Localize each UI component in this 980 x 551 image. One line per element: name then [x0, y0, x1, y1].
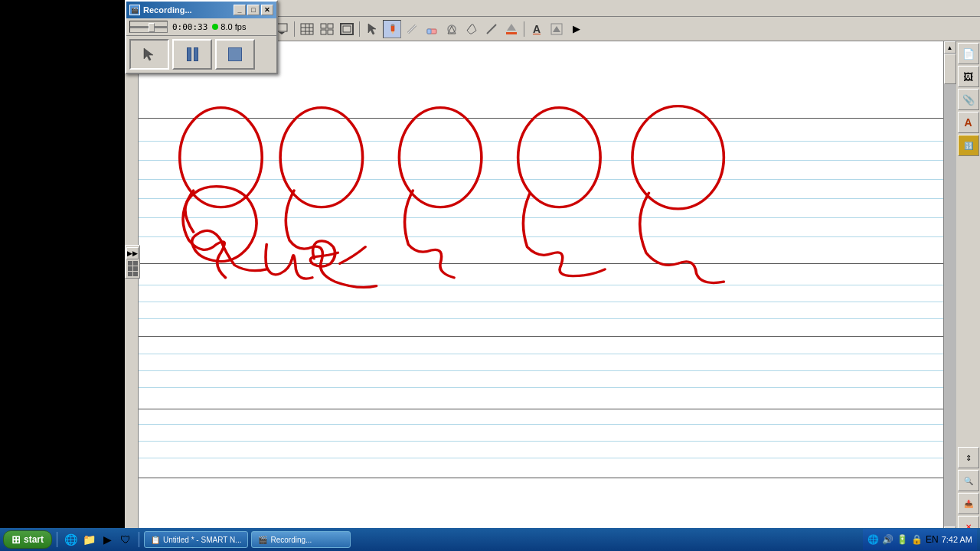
zoom-in-btn[interactable]: 🔍	[958, 470, 979, 491]
scroll-track[interactable]	[944, 54, 956, 527]
frame-btn[interactable]	[338, 20, 356, 38]
taskbar-clock: 7:42 AM	[942, 535, 972, 544]
svg-rect-40	[506, 32, 517, 34]
ie-icon[interactable]: 🌐	[62, 531, 79, 548]
pause-icon	[187, 47, 198, 61]
whiteboard[interactable]	[139, 41, 943, 539]
text-color-icon: A	[533, 23, 541, 35]
text-insert-btn[interactable]	[547, 20, 566, 38]
svg-rect-29	[391, 24, 394, 26]
battery-icon[interactable]: 🔋	[897, 534, 908, 545]
recording-title-icon: 🎬	[129, 5, 140, 15]
line-icon	[485, 23, 498, 35]
svg-marker-14	[279, 32, 285, 34]
grid-dot-6	[133, 272, 138, 276]
pause-bar-left	[187, 47, 191, 61]
cursor-btn[interactable]	[129, 39, 169, 70]
taskbar-sep1	[57, 532, 57, 547]
fps-value: 8.0 fps	[220, 22, 246, 31]
recording-taskbar-btn[interactable]: 🎬 Recording...	[251, 531, 351, 548]
pen-btn[interactable]	[383, 20, 401, 38]
select-btn[interactable]	[363, 20, 381, 38]
svg-marker-26	[368, 24, 376, 34]
volume-track	[130, 26, 167, 28]
start-label: start	[24, 534, 44, 545]
volume-thumb	[149, 23, 155, 32]
language-icon[interactable]: EN	[926, 534, 939, 545]
svg-rect-21	[328, 24, 333, 28]
grid-dot-1	[128, 261, 132, 266]
frame-icon	[340, 23, 354, 35]
pause-btn[interactable]	[172, 39, 212, 70]
svg-rect-15	[301, 24, 313, 34]
fill-btn[interactable]	[502, 20, 521, 38]
scroll-up-btn[interactable]: ▲	[944, 41, 956, 54]
recording-controls-row: 0:00:33 8.0 fps	[126, 18, 276, 36]
stop-icon	[228, 47, 242, 61]
gallery-btn[interactable]: 🖼	[958, 66, 979, 87]
stop-btn[interactable]	[215, 39, 255, 70]
recording-minimize-btn[interactable]: _	[234, 5, 246, 15]
properties-btn[interactable]: A	[958, 112, 979, 133]
recording-close-btn[interactable]: ✕	[261, 5, 273, 15]
shapes-btn[interactable]	[443, 20, 461, 38]
eraser-btn[interactable]	[423, 20, 441, 38]
system-tray: 🌐 🔊 🔋 🔒 EN 7:42 AM	[863, 529, 977, 550]
table-btn[interactable]	[298, 20, 316, 38]
grid-dot-5	[128, 272, 132, 276]
attachments-btn[interactable]: 📎	[958, 89, 979, 110]
svg-rect-24	[341, 24, 353, 34]
quick-launch-group: 🌐 📁 ▶ 🛡	[62, 531, 134, 548]
smart-notebook-taskbar-btn[interactable]: 📋 Untitled * - SMART N...	[144, 531, 248, 548]
svg-point-47	[632, 106, 724, 209]
explorer-icon[interactable]: 📁	[80, 531, 97, 548]
windows-logo: ⊞	[11, 533, 21, 546]
collapse-panel: ▶▶	[125, 245, 140, 279]
text-color-btn[interactable]: A	[528, 20, 546, 38]
volume-slider[interactable]	[129, 21, 168, 33]
svg-rect-25	[343, 26, 351, 32]
start-button[interactable]: ⊞ start	[3, 530, 52, 549]
recording-time: 0:00:33	[172, 22, 207, 32]
taskbar-sep2	[139, 532, 139, 547]
add-page-btn[interactable]: 📥	[958, 493, 979, 514]
line-btn[interactable]	[482, 20, 501, 38]
svg-rect-23	[328, 30, 333, 34]
highlighter-btn[interactable]	[403, 20, 421, 38]
cursor-icon	[142, 47, 157, 62]
svg-marker-0	[144, 48, 153, 60]
content-area: ▲ ▼ 📄 🖼 📎 A 🔢 ⇕ 🔍 📥 ✕	[125, 41, 980, 539]
volume-icon[interactable]: 🔊	[882, 534, 893, 545]
recording-buttons	[126, 36, 276, 73]
recording-task-label: Recording...	[270, 536, 312, 544]
more-btn[interactable]: ▶	[567, 20, 586, 38]
toolbar-sep2	[294, 21, 295, 37]
media-icon[interactable]: ▶	[99, 531, 116, 548]
pencil2-btn[interactable]	[462, 20, 481, 38]
scroll-thumb[interactable]	[944, 54, 956, 84]
pencil2-icon	[466, 23, 478, 35]
handwriting-canvas	[139, 41, 943, 539]
antivirus-icon[interactable]: 🛡	[117, 531, 134, 548]
recording-maximize-btn[interactable]: □	[247, 5, 260, 15]
svg-line-37	[467, 24, 472, 31]
zoom-handle-btn[interactable]: ⇕	[958, 447, 979, 468]
svg-line-31	[408, 25, 416, 33]
network-icon[interactable]: 🌐	[867, 534, 879, 545]
right-sidebar: 📄 🖼 📎 A 🔢 ⇕ 🔍 📥 ✕	[956, 41, 980, 539]
svg-line-38	[487, 24, 496, 34]
grid-icon-area	[128, 261, 138, 276]
svg-marker-39	[507, 24, 516, 31]
grid-btn[interactable]	[318, 20, 336, 38]
fps-green-dot	[212, 24, 218, 30]
calculator-btn[interactable]: 🔢	[958, 135, 979, 156]
expand-btn[interactable]: ▶▶	[126, 247, 139, 259]
svg-rect-33	[427, 29, 431, 34]
page-sorter-btn[interactable]: 📄	[958, 43, 979, 64]
main-app: Response Help ↩ ↪ ✕	[125, 0, 980, 551]
toolbar-sep3	[359, 21, 360, 37]
security-icon[interactable]: 🔒	[911, 534, 923, 545]
taskbar: ⊞ start 🌐 📁 ▶ 🛡 📋 Untitled * - SMART N..…	[0, 528, 980, 551]
grid-dot-3	[128, 266, 132, 271]
svg-marker-42	[553, 26, 560, 32]
